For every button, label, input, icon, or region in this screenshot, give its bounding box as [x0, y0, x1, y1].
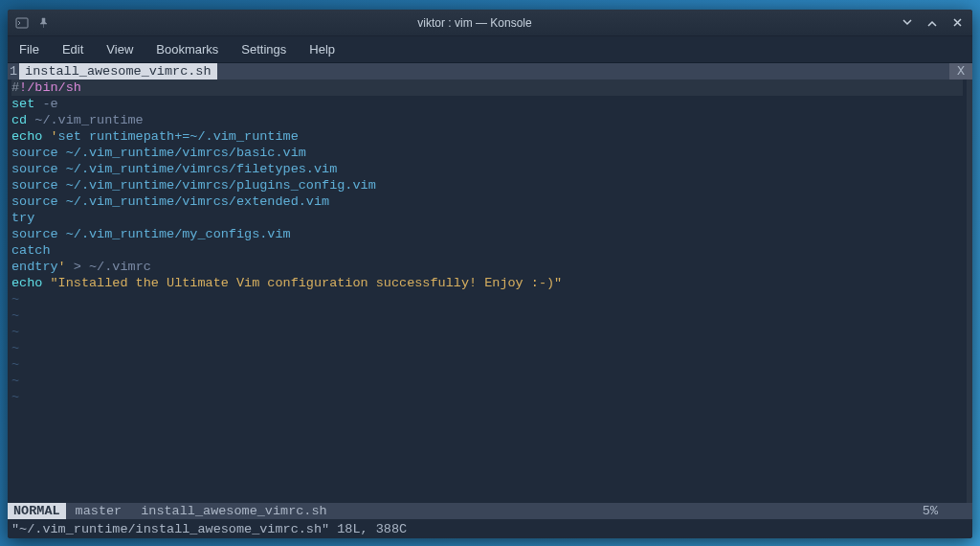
window-controls [900, 15, 965, 31]
terminal-icon [15, 16, 29, 30]
code-line: source ~/.vim_runtime/vimrcs/plugins_con… [11, 177, 963, 193]
tab-filename[interactable]: install_awesome_vimrc.sh [19, 63, 216, 80]
maximize-button[interactable] [924, 15, 940, 31]
minimize-button[interactable] [900, 15, 915, 31]
vim-statusline: NORMAL master install_awesome_vimrc.sh 5… [8, 503, 972, 519]
code-line: echo 'set runtimepath+=~/.vim_runtime [11, 128, 963, 145]
file-info: "~/.vim_runtime/install_awesome_vimrc.sh… [11, 521, 407, 537]
tab-close[interactable]: X [949, 63, 972, 80]
menu-help[interactable]: Help [309, 42, 335, 57]
menu-edit[interactable]: Edit [62, 42, 83, 57]
konsole-window: viktor : vim — Konsole File Edit View Bo… [8, 10, 972, 538]
code-buffer[interactable]: #!/bin/sh set -e cd ~/.vim_runtime echo … [8, 80, 972, 503]
svg-rect-0 [16, 18, 28, 28]
code-line: cd ~/.vim_runtime [11, 112, 963, 128]
code-line: try [11, 210, 963, 226]
code-line: source ~/.vim_runtime/vimrcs/filetypes.v… [11, 161, 963, 177]
scroll-percent: 5% [917, 503, 944, 519]
code-line: endtry' > ~/.vimrc [11, 259, 963, 275]
vim-cmdline[interactable]: "~/.vim_runtime/install_awesome_vimrc.sh… [8, 519, 972, 538]
menubar: File Edit View Bookmarks Settings Help [8, 36, 972, 63]
empty-line: ~ [11, 356, 963, 373]
code-line: #!/bin/sh [11, 80, 963, 96]
vim-tabline: 1 install_awesome_vimrc.sh X [8, 63, 972, 80]
code-line: source ~/.vim_runtime/vimrcs/extended.vi… [11, 193, 963, 210]
code-line: echo "Installed the Ultimate Vim configu… [11, 275, 963, 291]
menu-view[interactable]: View [106, 42, 133, 57]
status-filename: install_awesome_vimrc.sh [131, 503, 336, 519]
menu-file[interactable]: File [19, 42, 39, 57]
pin-icon[interactable] [36, 16, 50, 30]
code-line: source ~/.vim_runtime/my_configs.vim [11, 226, 963, 242]
git-branch: master [66, 503, 132, 519]
code-line: source ~/.vim_runtime/vimrcs/basic.vim [11, 145, 963, 161]
close-button[interactable] [949, 15, 965, 31]
menu-bookmarks[interactable]: Bookmarks [156, 42, 218, 57]
tab-number[interactable]: 1 [8, 63, 19, 80]
empty-line: ~ [11, 291, 963, 307]
empty-line: ~ [11, 373, 963, 389]
window-title: viktor : vim — Konsole [50, 16, 900, 30]
empty-line: ~ [11, 389, 963, 405]
titlebar-left [15, 16, 50, 30]
titlebar[interactable]: viktor : vim — Konsole [8, 10, 972, 36]
code-line: catch [11, 242, 963, 259]
empty-line: ~ [11, 307, 963, 324]
editor-area[interactable]: 1 install_awesome_vimrc.sh X #!/bin/sh s… [8, 63, 972, 538]
code-line: set -e [11, 96, 963, 112]
empty-line: ~ [11, 340, 963, 356]
menu-settings[interactable]: Settings [241, 42, 286, 57]
vim-mode: NORMAL [8, 503, 66, 519]
empty-line: ~ [11, 324, 963, 340]
